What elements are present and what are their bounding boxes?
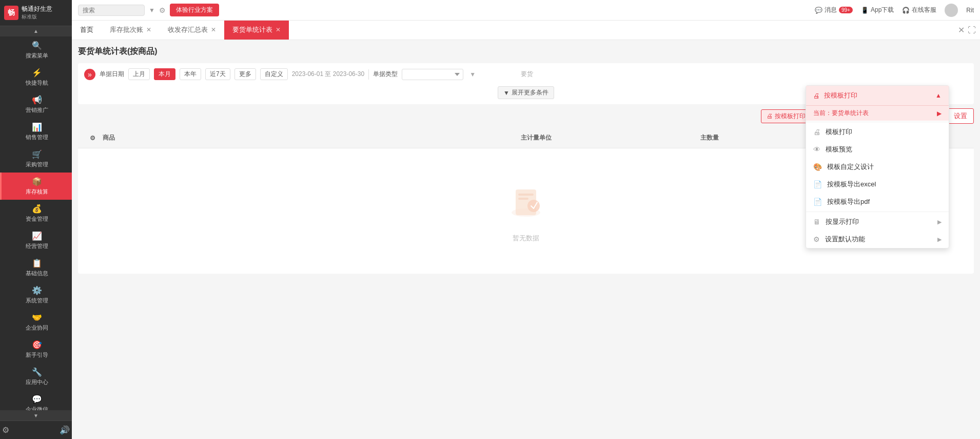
settings-btn[interactable]: 设置 <box>947 108 974 124</box>
tab-order-stats-close[interactable]: ✕ <box>276 26 281 33</box>
sidebar-item-wechat[interactable]: 💬 企业微信 <box>0 390 72 410</box>
sidebar-item-label: 库存核算 <box>26 188 48 196</box>
tab-close-all-icon[interactable]: ✕ <box>958 25 965 35</box>
sidebar-item-label: 企业协同 <box>26 324 48 332</box>
date-btn-this-month[interactable]: 本月 <box>154 68 175 80</box>
sidebar-item-collab[interactable]: 🤝 企业协同 <box>0 309 72 336</box>
tabbar: 首页 库存批次账 ✕ 收发存汇总表 ✕ 要货单统计表 ✕ ✕ ⛶ <box>72 21 980 40</box>
sidebar-item-sales[interactable]: 📊 销售管理 <box>0 118 72 145</box>
tab-inventory-batch[interactable]: 库存批次账 ✕ <box>102 21 160 40</box>
sidebar-item-label: 搜索菜单 <box>26 52 48 60</box>
col-header-settings[interactable]: ⚙ <box>82 135 103 142</box>
sidebar-item-label: 采购管理 <box>26 161 48 168</box>
app-center-icon: 🔧 <box>32 367 42 377</box>
dropdown-collapse-icon[interactable]: ▲ <box>935 92 942 99</box>
display-print-left: 🖥 按显示打印 <box>813 217 859 226</box>
sales-icon: 📊 <box>32 122 42 132</box>
filter-toggle-btn[interactable]: » <box>84 69 95 80</box>
sidebar-item-marketing[interactable]: 📢 营销推广 <box>0 91 72 118</box>
dropdown-print-icon: 🖨 <box>813 92 820 100</box>
sidebar-item-quick-nav[interactable]: ⚡ 快捷导航 <box>0 64 72 91</box>
sidebar-item-inventory[interactable]: 📦 库存核算 <box>0 173 72 200</box>
display-print-icon: 🖥 <box>813 218 820 226</box>
date-btn-7days[interactable]: 近7天 <box>205 68 230 80</box>
date-btn-this-year[interactable]: 本年 <box>180 68 201 80</box>
user-avatar[interactable] <box>945 4 958 17</box>
dropdown-header[interactable]: 🖨 按模板打印 ▲ <box>806 86 949 106</box>
dropdown-header-left: 🖨 按模板打印 <box>813 91 857 100</box>
dropdown-divider-2 <box>806 212 949 212</box>
sidebar-item-system[interactable]: ⚙️ 系统管理 <box>0 281 72 309</box>
dropdown-item-template-preview[interactable]: 👁 模板预览 <box>806 141 949 158</box>
settings-icon[interactable]: ⚙ <box>2 425 9 435</box>
sidebar-item-search[interactable]: 🔍 搜索菜单 <box>0 36 72 64</box>
set-default-label: 设置默认功能 <box>825 235 865 244</box>
sidebar-item-guide[interactable]: 🎯 新手引导 <box>0 336 72 363</box>
empty-text: 暂无数据 <box>513 234 539 243</box>
basic-icon: 📋 <box>32 258 42 268</box>
sidebar-item-app-center[interactable]: 🔧 应用中心 <box>0 363 72 390</box>
svg-rect-3 <box>518 198 528 200</box>
filter-divider <box>368 69 369 80</box>
sound-icon[interactable]: 🔊 <box>60 425 70 435</box>
sidebar-item-label: 基础信息 <box>26 270 48 277</box>
sidebar-item-label: 经营管理 <box>26 242 48 250</box>
message-btn[interactable]: 💬 消息 99+ <box>815 6 853 14</box>
current-template-row[interactable]: 当前：要货单统计表 ▶ <box>806 106 949 121</box>
topbar-gear-icon[interactable]: ⚙ <box>159 6 166 14</box>
print-dropdown-menu: 🖨 按模板打印 ▲ 当前：要货单统计表 ▶ 🖨 模板打印 👁 模板预览 🎨 模板… <box>806 85 949 249</box>
col-header-product: 商品 <box>103 133 449 142</box>
collab-icon: 🤝 <box>32 313 42 322</box>
dropdown-item-template-print[interactable]: 🖨 模板打印 <box>806 123 949 141</box>
guide-icon: 🎯 <box>32 340 42 350</box>
sidebar-item-label: 销售管理 <box>26 133 48 141</box>
sidebar-logo: 畅 畅通好生意 标准版 <box>0 0 72 26</box>
date-btn-last-month[interactable]: 上月 <box>128 68 150 80</box>
order-type-select[interactable] <box>402 69 463 80</box>
sidebar-item-operation[interactable]: 📈 经营管理 <box>0 227 72 254</box>
dropdown-item-template-design[interactable]: 🎨 模板自定义设计 <box>806 158 949 176</box>
tab-home[interactable]: 首页 <box>72 21 102 40</box>
sidebar: 畅 畅通好生意 标准版 ▲ 🔍 搜索菜单 ⚡ 快捷导航 📢 营销推广 📊 销售管… <box>0 0 72 439</box>
expand-more-btn[interactable]: ▼ 展开更多条件 <box>498 86 554 99</box>
sidebar-nav: 🔍 搜索菜单 ⚡ 快捷导航 📢 营销推广 📊 销售管理 🛒 采购管理 📦 库存核… <box>0 36 72 410</box>
empty-icon <box>505 179 546 227</box>
dropdown-divider-1 <box>806 122 949 122</box>
dropdown-item-export-excel[interactable]: 📄 按模板导出excel <box>806 176 949 193</box>
inventory-icon: 📦 <box>32 177 42 186</box>
search-input[interactable] <box>78 5 145 16</box>
sidebar-item-label: 资金管理 <box>26 215 48 223</box>
tab-inventory-batch-close[interactable]: ✕ <box>146 26 151 33</box>
topbar-dropdown-icon[interactable]: ▼ <box>149 7 155 14</box>
sidebar-scroll-up[interactable]: ▲ <box>0 26 72 36</box>
sidebar-item-basic[interactable]: 📋 基础信息 <box>0 254 72 281</box>
app-download-label: App下载 <box>871 6 894 14</box>
online-service-btn[interactable]: 🎧 在线客服 <box>902 6 936 14</box>
date-btn-more[interactable]: 更多 <box>234 68 256 80</box>
date-range: 2023-06-01 至 2023-06-30 <box>292 70 364 79</box>
svg-rect-2 <box>518 194 534 196</box>
dropdown-item-display-print[interactable]: 🖥 按显示打印 ▶ <box>806 213 949 231</box>
dropdown-item-export-pdf[interactable]: 📄 按模板导出pdf <box>806 193 949 211</box>
dropdown-item-set-default[interactable]: ⚙ 设置默认功能 ▶ <box>806 231 949 248</box>
tab-inventory-batch-label: 库存批次账 <box>110 25 143 34</box>
export-pdf-icon: 📄 <box>813 198 822 206</box>
expand-more-label: 展开更多条件 <box>512 88 548 97</box>
app-badge: 标准版 <box>22 13 52 21</box>
online-service-label: 在线客服 <box>912 6 936 14</box>
date-btn-custom[interactable]: 自定义 <box>260 68 288 80</box>
tab-receipt-summary[interactable]: 收发存汇总表 ✕ <box>160 21 224 40</box>
tab-receipt-summary-close[interactable]: ✕ <box>211 26 216 33</box>
sidebar-item-finance[interactable]: 💰 资金管理 <box>0 200 72 227</box>
tab-home-label: 首页 <box>80 25 93 34</box>
experience-btn[interactable]: 体验行业方案 <box>170 4 219 16</box>
sidebar-item-purchase[interactable]: 🛒 采购管理 <box>0 145 72 173</box>
tab-maximize-icon[interactable]: ⛶ <box>968 26 976 35</box>
sidebar-scroll-down[interactable]: ▼ <box>0 410 72 421</box>
current-template-label: 当前：要货单统计表 <box>813 109 869 118</box>
template-design-icon: 🎨 <box>813 163 822 171</box>
template-design-label: 模板自定义设计 <box>827 162 874 171</box>
tab-order-stats[interactable]: 要货单统计表 ✕ <box>224 21 289 40</box>
app-download-btn[interactable]: 📱 App下载 <box>861 6 894 14</box>
sidebar-item-label: 企业微信 <box>26 406 48 410</box>
